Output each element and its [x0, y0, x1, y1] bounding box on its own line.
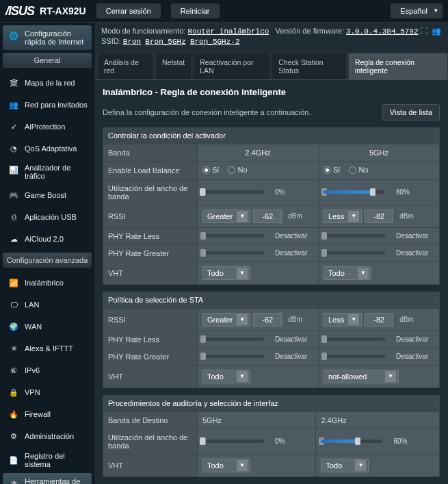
sidebar-item-wan[interactable]: 🌍WAN — [3, 316, 92, 337]
lb-5-yes[interactable]: Sí — [324, 166, 340, 174]
sta-phyless-5[interactable]: Desactivar — [324, 335, 434, 343]
audit-vht-24[interactable]: Todo▼ — [202, 459, 250, 472]
sta-rssi-5-val[interactable] — [365, 313, 393, 327]
lb-24-yes[interactable]: Sí — [202, 166, 219, 174]
mode-value[interactable]: Router inalámbrico — [188, 27, 269, 36]
sta-phygt-24[interactable]: Desactivar — [202, 353, 313, 360]
rssi-24-op[interactable]: Greater▼ — [202, 209, 250, 223]
col-24ghz: 2.4GHz — [198, 144, 319, 162]
list-view-button[interactable]: Vista de lista — [382, 104, 440, 120]
sidebar-item-vpn[interactable]: 🔒VPN — [3, 381, 92, 403]
ssid-2: Bron_5GHz — [145, 38, 185, 46]
sidebar-item-syslog[interactable]: 📄Registro del sistema — [3, 447, 92, 473]
phyless-label: PHY Rate Less — [103, 227, 198, 244]
aimesh-icon[interactable]: ⛶ — [420, 27, 427, 36]
sidebar-item-traffic[interactable]: 📊Analizador de tráfico — [3, 160, 92, 184]
phygt-24-slider[interactable]: Desactivar — [202, 249, 313, 257]
logout-button[interactable]: Cerrar sesión — [96, 3, 161, 18]
sidebar-item-label: Administración — [25, 432, 74, 440]
rssi-24-val[interactable] — [253, 209, 282, 223]
sidebar-item-alexa[interactable]: ✳Alexa & IFTTT — [3, 337, 92, 359]
sidebar-item-gameboost[interactable]: 🎮Game Boost — [3, 184, 92, 206]
chevron-down-icon: ▼ — [237, 268, 248, 279]
phyless-24-slider[interactable]: Desactivar — [202, 232, 313, 240]
chart-icon: 📊 — [7, 164, 21, 176]
tab-wol[interactable]: Reactivación por LAN — [193, 53, 270, 79]
rssi-5-val[interactable] — [365, 209, 393, 223]
tab-smartconnect[interactable]: Regla de conexión inteligente — [348, 53, 448, 79]
map-icon: 🕸 — [7, 77, 21, 89]
vht-5-select[interactable]: Todo▼ — [324, 266, 371, 280]
sidebar-item-label: Analizador de tráfico — [25, 164, 88, 180]
sidebar-item-qos[interactable]: ◔QoS Adaptativa — [3, 138, 92, 160]
tab-netanalysis[interactable]: Análisis de red — [97, 53, 154, 79]
sta-phygt-5[interactable]: Desactivar — [324, 353, 434, 360]
sidebar-item-label: Mapa de la red — [25, 79, 75, 87]
sidebar-item-firewall[interactable]: 🔥Firewall — [3, 403, 92, 425]
sta-phyless-label: PHY Rate Less — [103, 331, 198, 348]
sidebar-item-label: Inalámbrico — [25, 279, 64, 287]
sidebar-item-ipv6[interactable]: ⑥IPv6 — [3, 359, 92, 381]
sidebar-item-label: Herramientas de red — [25, 477, 88, 484]
sta-vht-24[interactable]: Todo▼ — [202, 370, 250, 383]
tab-netstat[interactable]: Netstat — [155, 53, 192, 79]
audit-vht-label: VHT — [103, 454, 198, 476]
chevron-down-icon: ▼ — [355, 460, 366, 471]
sidebar-item-label: QoS Adaptativa — [25, 144, 77, 153]
tab-check-station[interactable]: Check Station Status — [272, 53, 347, 79]
sta-phyless-24[interactable]: Desactivar — [202, 335, 313, 343]
bw-5-slider[interactable]: 80% — [324, 188, 434, 196]
clients-icon[interactable]: 👥 — [432, 27, 441, 36]
audit-bw-label: Utilización del ancho de banda — [103, 429, 198, 454]
chevron-down-icon: ▼ — [358, 268, 369, 279]
sidebar-item-lan[interactable]: 🖵LAN — [3, 294, 92, 316]
sidebar-item-admin[interactable]: ⚙Administración — [3, 425, 92, 447]
sidebar-quick-setup[interactable]: 🌐 Configuración rápida de Internet — [3, 25, 92, 50]
fw-label: Versión de firmware: — [276, 27, 344, 35]
bw-24-slider[interactable]: 0% — [202, 188, 313, 196]
sidebar-item-network-map[interactable]: 🕸Mapa de la red — [3, 72, 92, 94]
language-select[interactable]: Español — [391, 3, 443, 18]
phyless-5-slider[interactable]: Desactivar — [324, 232, 434, 240]
vpn-icon: 🔒 — [7, 386, 21, 398]
section-sta-title: Política de selección de STA — [103, 292, 440, 308]
brand-logo: /ISUS — [5, 4, 34, 18]
log-icon: 📄 — [7, 454, 21, 466]
audit-bw-5[interactable]: 60% — [321, 437, 434, 445]
sidebar-item-label: Firewall — [25, 410, 51, 418]
bw-label: Utilización del ancho de banda — [103, 179, 198, 205]
sidebar-item-label: LAN — [25, 301, 39, 309]
sidebar-item-label: Aplicación USB — [25, 213, 77, 221]
lb-5-no[interactable]: No — [349, 166, 368, 174]
lan-icon: 🖵 — [7, 298, 21, 311]
reboot-button[interactable]: Reiniciar — [171, 3, 220, 18]
globe-icon: 🌐 — [7, 29, 21, 42]
sta-vht-5[interactable]: not-allowed▼ — [324, 370, 399, 383]
sta-rssi-24-val[interactable] — [253, 313, 282, 327]
usb-icon: ⎙ — [7, 211, 21, 223]
lb-24-no[interactable]: No — [228, 166, 247, 174]
sta-rssi-24-op[interactable]: Greater▼ — [202, 313, 250, 327]
vht-label: VHT — [103, 262, 198, 284]
rssi-5-op[interactable]: Less▼ — [324, 209, 362, 223]
sidebar-item-aiprotection[interactable]: ✓AiProtection — [3, 116, 92, 138]
sidebar-item-guest[interactable]: 👥Red para invitados — [3, 94, 92, 116]
fw-value[interactable]: 3.0.0.4.384_5792 — [346, 27, 419, 36]
gamepad-icon: 🎮 — [7, 189, 21, 201]
sidebar-item-nettools[interactable]: ✲Herramientas de red — [3, 473, 92, 484]
sidebar-item-label: Registro del sistema — [25, 452, 88, 468]
col-5ghz: 5GHz — [319, 144, 440, 162]
sidebar-item-aicloud[interactable]: ☁AiCloud 2.0 — [3, 228, 92, 250]
chevron-down-icon: ▼ — [385, 371, 396, 382]
sidebar-item-usb[interactable]: ⎙Aplicación USB — [3, 206, 92, 228]
sta-rssi-5-op[interactable]: Less▼ — [324, 313, 362, 327]
phygt-5-slider[interactable]: Desactivar — [324, 249, 434, 257]
sidebar-item-wireless[interactable]: 📶Inalámbrico — [3, 272, 92, 294]
audit-bw-24[interactable]: 0% — [202, 437, 311, 445]
sidebar-item-label: WAN — [25, 322, 42, 331]
sidebar-item-label: Red para invitados — [25, 101, 88, 109]
vht-24-select[interactable]: Todo▼ — [202, 266, 250, 280]
audit-vht-5[interactable]: Todo▼ — [321, 459, 369, 472]
chevron-down-icon: ▼ — [348, 314, 359, 325]
page-title: Inalámbrico - Regla de conexión intelige… — [103, 87, 440, 97]
